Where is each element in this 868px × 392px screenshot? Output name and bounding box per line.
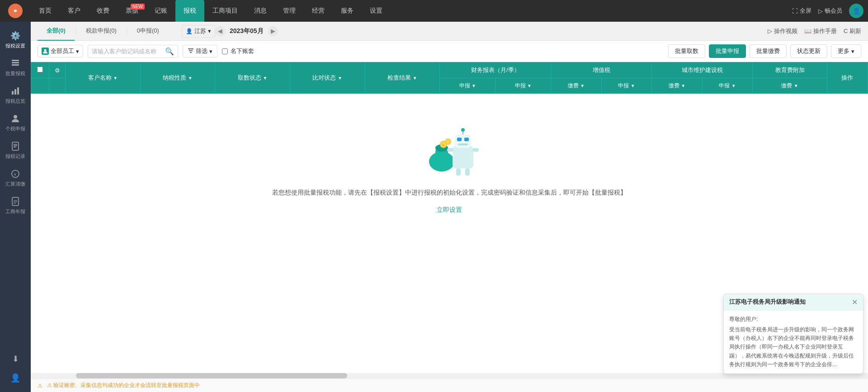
- tax-record-icon: [10, 141, 20, 151]
- sidebar-item-settlement[interactable]: ¥ 汇算清缴: [0, 164, 31, 192]
- more-button[interactable]: 更多 ▾: [831, 44, 861, 58]
- notification-header: 江苏电子税务局升级影响通知 ✕: [724, 294, 863, 311]
- sidebar-user[interactable]: 👤: [0, 368, 31, 387]
- nav-item-customer[interactable]: 客户: [60, 0, 89, 22]
- th-edu-surcharge: 教育费附加: [753, 62, 827, 78]
- user-icon: 👤: [10, 373, 20, 383]
- th-edu-sub-pay: 缴费 ▼: [753, 78, 827, 94]
- sidebar-item-batch-tax[interactable]: 批量报税: [0, 54, 31, 81]
- svg-rect-34: [447, 148, 453, 152]
- sub-filter-icon1: ▼: [472, 83, 476, 88]
- svg-rect-2: [12, 62, 19, 63]
- download-icon: ⬇: [10, 354, 20, 364]
- operation-video-button[interactable]: ▷ 操作视频: [768, 27, 797, 35]
- notification-body: 尊敬的用户: 受当前电子税务局进一步升级的影响，同一个政务网账号（办税人）名下的…: [724, 311, 863, 373]
- nav-item-business[interactable]: 工商项目: [204, 0, 246, 22]
- sub-filter-icon5: ▼: [681, 83, 685, 88]
- nav-menu: 首页 客户 收费 票据 NEW 记账 报税 工商项目 消息 管理 经营 服务 设…: [31, 0, 792, 22]
- sidebar-download[interactable]: ⬇: [0, 349, 31, 368]
- svg-rect-35: [472, 148, 479, 152]
- select-all-checkbox[interactable]: [37, 67, 43, 72]
- date-next-button[interactable]: ▶: [268, 26, 278, 36]
- employee-selector[interactable]: 全部员工 ▾: [38, 45, 83, 57]
- nav-item-billing[interactable]: 收费: [89, 0, 118, 22]
- app-logo[interactable]: [5, 0, 26, 22]
- date-prev-button[interactable]: ◀: [215, 26, 225, 36]
- member-button[interactable]: ▷ 畅会员: [818, 7, 842, 15]
- sidebar-item-tax-overview[interactable]: 报税总览: [0, 81, 31, 109]
- tab-tax-declare[interactable]: 税款申报(0): [77, 22, 126, 41]
- nav-item-service[interactable]: 服务: [333, 0, 362, 22]
- svg-text:¥: ¥: [14, 172, 16, 177]
- empty-message: 若您想使用批量报税功能，请先在【报税设置】中进行报税的初始化设置，完成密码验证和…: [272, 189, 627, 197]
- nav-item-tax[interactable]: 报税: [175, 0, 204, 22]
- nav-item-messages[interactable]: 消息: [246, 0, 275, 22]
- setup-link[interactable]: 立即设置: [437, 206, 462, 214]
- notification-panel: 江苏电子税务局升级影响通知 ✕ 尊敬的用户: 受当前电子税务局进一步升级的影响，…: [723, 294, 863, 374]
- employee-icon: [42, 48, 49, 55]
- filter-triangle-icon2: ▼: [188, 76, 193, 81]
- tabs-right-actions: ▷ 操作视频 📖 操作手册 C 刷新: [768, 27, 861, 35]
- new-badge: NEW: [131, 4, 145, 10]
- date-navigator: ◀ 2023年05月 ▶: [215, 26, 278, 36]
- nav-item-invoice[interactable]: 票据 NEW: [118, 0, 146, 22]
- sub-filter-icon7: ▼: [794, 83, 798, 88]
- tab-all[interactable]: 全部(0): [38, 22, 75, 41]
- sub-filter-icon2: ▼: [527, 83, 532, 88]
- user-avatar[interactable]: 👤: [849, 4, 863, 18]
- search-input[interactable]: [92, 48, 162, 55]
- employee-chevron-icon: ▾: [76, 48, 79, 55]
- tab-zero-declare[interactable]: 0申报(0): [128, 22, 168, 41]
- nav-item-management[interactable]: 管理: [275, 0, 304, 22]
- filter-icon: [188, 48, 194, 55]
- notification-title: 江苏电子税务局升级影响通知: [729, 298, 806, 306]
- filter-chevron-icon: ▾: [209, 48, 212, 55]
- search-input-wrap[interactable]: 🔍: [88, 45, 178, 58]
- notification-close-button[interactable]: ✕: [852, 298, 858, 306]
- fullscreen-button[interactable]: ⛶ 全屏: [792, 7, 811, 15]
- nav-item-settings[interactable]: 设置: [362, 0, 391, 22]
- nav-item-bookkeeping[interactable]: 记账: [146, 0, 175, 22]
- personal-tax-icon: [10, 114, 20, 124]
- filter-button[interactable]: 筛选 ▾: [183, 45, 217, 57]
- svg-point-15: [44, 49, 47, 52]
- th-checkbox: [31, 62, 49, 78]
- th-edu-sub-declare: 申报 ▼: [702, 78, 753, 94]
- province-selector[interactable]: 👤 江苏 ▾: [182, 25, 215, 38]
- batch-pay-button[interactable]: 批量缴费: [750, 44, 787, 58]
- accounts-checkbox[interactable]: [222, 48, 228, 54]
- nav-item-home[interactable]: 首页: [31, 0, 60, 22]
- svg-rect-27: [453, 146, 473, 168]
- sidebar-item-tax-settings[interactable]: ⚙️ 报税设置: [0, 26, 31, 54]
- svg-rect-4: [12, 91, 14, 95]
- operation-manual-button[interactable]: 📖 操作手册: [804, 27, 837, 35]
- refresh-button[interactable]: C 刷新: [844, 27, 861, 35]
- th-city-tax: 城市维护建设税: [652, 62, 753, 78]
- batch-fetch-button[interactable]: 批量取数: [668, 44, 705, 58]
- scrollbar-thumb[interactable]: [76, 373, 347, 378]
- th-fetch-status: 取数状态 ▼: [215, 62, 290, 94]
- sidebar-item-personal-tax[interactable]: 个税申报: [0, 109, 31, 137]
- tax-settings-icon: ⚙️: [10, 31, 20, 41]
- batch-declare-button[interactable]: 批量申报: [709, 44, 746, 58]
- annual-report-icon: [10, 196, 20, 206]
- svg-rect-14: [12, 197, 19, 206]
- svg-point-7: [14, 115, 17, 119]
- sidebar-item-annual-report[interactable]: 工商年报: [0, 192, 31, 220]
- sidebar-bottom: ⬇ 👤: [0, 349, 31, 392]
- sub-filter-icon3: ▼: [580, 83, 585, 88]
- tab-divider-2: [127, 28, 127, 35]
- nav-item-operations[interactable]: 经营: [304, 0, 333, 22]
- filter-triangle-icon: ▼: [113, 76, 118, 81]
- th-settings: ⚙: [49, 62, 66, 78]
- status-update-button[interactable]: 状态更新: [790, 44, 827, 58]
- th-customer-name: 客户名称 ▼: [66, 62, 141, 94]
- th-city-sub-declare: 申报 ▼: [601, 78, 652, 94]
- th-settings-sub: [49, 78, 66, 94]
- filter-triangle-icon5: ▼: [413, 76, 417, 81]
- th-vat: 增值税: [551, 62, 652, 78]
- fullscreen-icon: ⛶: [792, 8, 798, 14]
- th-finance-report: 财务报表（月/季）: [440, 62, 551, 78]
- sidebar-item-tax-record[interactable]: 报税记录: [0, 137, 31, 164]
- svg-rect-6: [17, 87, 19, 95]
